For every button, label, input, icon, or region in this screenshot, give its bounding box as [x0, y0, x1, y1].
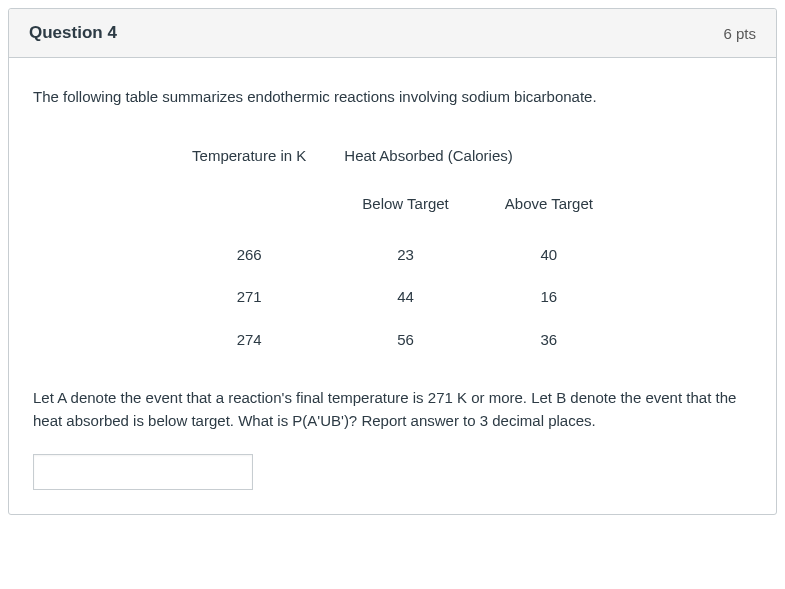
question-body: The following table summarizes endotherm…	[9, 58, 776, 514]
question-card: Question 4 6 pts The following table sum…	[8, 8, 777, 515]
prompt-text: Let A denote the event that a reaction's…	[33, 387, 752, 432]
cell-above: 36	[477, 319, 621, 362]
sub-below-header: Below Target	[334, 185, 476, 234]
cell-temp: 271	[164, 276, 334, 319]
cell-temp: 274	[164, 319, 334, 362]
table-row: 274 56 36	[164, 319, 621, 362]
table-header-row: Temperature in K Heat Absorbed (Calories…	[164, 135, 621, 186]
cell-below: 56	[334, 319, 476, 362]
sub-above-header: Above Target	[477, 185, 621, 234]
cell-above: 16	[477, 276, 621, 319]
table-row: 271 44 16	[164, 276, 621, 319]
table-subheader-row: Below Target Above Target	[164, 185, 621, 234]
data-table: Temperature in K Heat Absorbed (Calories…	[164, 135, 621, 362]
question-points: 6 pts	[723, 25, 756, 42]
question-header: Question 4 6 pts	[9, 9, 776, 58]
cell-below: 23	[334, 234, 476, 277]
col-temp-header: Temperature in K	[164, 135, 334, 186]
intro-text: The following table summarizes endotherm…	[33, 86, 752, 109]
answer-input[interactable]	[33, 454, 253, 490]
col-heat-header: Heat Absorbed (Calories)	[334, 135, 621, 186]
question-title: Question 4	[29, 23, 117, 43]
cell-temp: 266	[164, 234, 334, 277]
table-row: 266 23 40	[164, 234, 621, 277]
cell-below: 44	[334, 276, 476, 319]
cell-above: 40	[477, 234, 621, 277]
empty-cell	[164, 185, 334, 234]
